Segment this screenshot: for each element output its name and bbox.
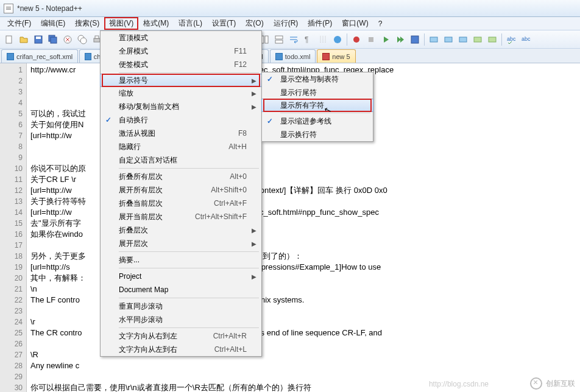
menu-item-摘要...[interactable]: 摘要... bbox=[101, 253, 261, 267]
menu-label: 文字方向从右到左 bbox=[119, 331, 177, 341]
save-all-icon[interactable] bbox=[46, 33, 60, 46]
menu-运行r[interactable]: 运行(R) bbox=[269, 17, 303, 30]
menu-item-折叠层次[interactable]: 折叠层次▶ bbox=[101, 223, 261, 237]
close-all-icon[interactable] bbox=[76, 33, 89, 46]
blog-watermark: http://blog.csdn.ne bbox=[429, 380, 489, 388]
menu-?[interactable]: ? bbox=[373, 18, 387, 29]
app-icon bbox=[4, 4, 13, 13]
submenu-arrow-icon: ▶ bbox=[252, 103, 256, 110]
tab-new-5[interactable]: new 5 bbox=[317, 49, 355, 63]
stop-macro-icon[interactable] bbox=[364, 33, 378, 46]
menu-插件p[interactable]: 插件(P) bbox=[303, 17, 337, 30]
menu-item-展开所有层次[interactable]: 展开所有层次Alt+Shift+0 bbox=[101, 183, 261, 197]
menu-item-文字方向从右到左[interactable]: 文字方向从右到左Ctrl+Alt+R bbox=[101, 329, 261, 343]
submenu-arrow-icon: ▶ bbox=[252, 227, 256, 234]
play-multi-icon[interactable] bbox=[394, 33, 407, 46]
line-number-gutter: 1234567891011121314151617181920212223242… bbox=[0, 63, 27, 392]
plugin2-icon[interactable] bbox=[442, 33, 455, 46]
menu-item-展开当前层次[interactable]: 展开当前层次Ctrl+Alt+Shift+F bbox=[101, 210, 261, 223]
save-macro-icon[interactable] bbox=[408, 33, 422, 46]
menu-item-显示换行符[interactable]: 显示换行符 bbox=[262, 128, 373, 141]
menu-窗口w[interactable]: 窗口(W) bbox=[337, 17, 373, 30]
menu-label: 展开层次 bbox=[119, 239, 148, 249]
menu-item-折叠所有层次[interactable]: 折叠所有层次Alt+0 bbox=[101, 170, 261, 183]
brand-text: 创新互联 bbox=[546, 379, 575, 389]
menu-label: 自动换行 bbox=[119, 115, 148, 125]
spell2-icon[interactable]: abc bbox=[519, 33, 532, 46]
svg-text:¶: ¶ bbox=[305, 35, 308, 44]
record-macro-icon[interactable] bbox=[350, 33, 363, 46]
menu-label: 隐藏行 bbox=[119, 142, 141, 152]
menu-设置t[interactable]: 设置(T) bbox=[207, 17, 241, 30]
lang-icon[interactable] bbox=[331, 33, 344, 46]
menu-label: 摘要... bbox=[119, 255, 140, 265]
menu-宏o[interactable]: 宏(O) bbox=[241, 17, 268, 30]
invisible-chars-icon[interactable]: ¶ bbox=[302, 33, 315, 46]
menu-label: 自定义语言对话框 bbox=[119, 155, 177, 166]
sync-h-icon[interactable] bbox=[272, 33, 286, 46]
menu-bar: 文件(F)编辑(E)搜索(S)视图(V)格式(M)语言(L)设置(T)宏(O)运… bbox=[0, 17, 580, 30]
check-icon: ✓ bbox=[105, 116, 111, 124]
svg-rect-34 bbox=[489, 37, 496, 42]
svg-rect-8 bbox=[94, 38, 100, 42]
menu-label: 显示所有字符 bbox=[280, 100, 324, 111]
menu-item-文字方向从左到右[interactable]: 文字方向从左到右Ctrl+Alt+L bbox=[101, 343, 261, 356]
menu-格式m[interactable]: 格式(M) bbox=[138, 17, 174, 30]
play-macro-icon[interactable] bbox=[379, 33, 392, 46]
svg-point-7 bbox=[80, 38, 87, 44]
menu-separator bbox=[119, 268, 259, 268]
menu-item-垂直同步滚动[interactable]: 垂直同步滚动 bbox=[101, 299, 261, 313]
menu-label: 折叠当前层次 bbox=[119, 198, 163, 209]
menu-item-移动/复制当前文档[interactable]: 移动/复制当前文档▶ bbox=[101, 100, 261, 113]
check-icon: ✓ bbox=[267, 75, 273, 83]
tab-label: todo.xml bbox=[285, 53, 311, 60]
menu-label: 显示缩进参考线 bbox=[280, 116, 331, 127]
wrap-icon[interactable] bbox=[287, 33, 300, 46]
menu-item-自动换行[interactable]: ✓自动换行 bbox=[101, 113, 261, 127]
menu-item-折叠当前层次[interactable]: 折叠当前层次Ctrl+Alt+F bbox=[101, 197, 261, 210]
brand-watermark: 创新互联 bbox=[525, 375, 580, 392]
menu-label: 显示空格与制表符 bbox=[280, 74, 339, 85]
svg-text:abc: abc bbox=[507, 36, 516, 42]
plugin3-icon[interactable] bbox=[456, 33, 470, 46]
menu-搜索s[interactable]: 搜索(S) bbox=[70, 17, 104, 30]
plugin4-icon[interactable] bbox=[471, 33, 484, 46]
plugin5-icon[interactable] bbox=[486, 33, 499, 46]
menu-item-Document Map[interactable]: Document Map bbox=[101, 283, 261, 296]
menu-label: 显示行尾符 bbox=[280, 88, 317, 98]
menu-item-展开层次[interactable]: 展开层次▶ bbox=[101, 237, 261, 250]
close-icon[interactable] bbox=[61, 33, 74, 46]
menu-item-置顶模式[interactable]: 置顶模式 bbox=[101, 31, 261, 44]
menu-item-激活从视图[interactable]: 激活从视图F8 bbox=[101, 127, 261, 140]
svg-rect-24 bbox=[275, 40, 283, 43]
new-file-icon[interactable] bbox=[2, 33, 16, 46]
menu-label: 文字方向从左到右 bbox=[119, 345, 177, 355]
spell-icon[interactable]: abc bbox=[504, 33, 518, 46]
menu-文件f[interactable]: 文件(F) bbox=[2, 17, 36, 30]
menu-item-显示缩进参考线[interactable]: ✓显示缩进参考线 bbox=[262, 114, 373, 128]
menu-视图v[interactable]: 视图(V) bbox=[104, 17, 138, 30]
menu-item-显示行尾符[interactable]: 显示行尾符 bbox=[262, 86, 373, 99]
plugin1-icon[interactable] bbox=[427, 33, 440, 46]
svg-point-26 bbox=[334, 36, 341, 43]
open-file-icon[interactable] bbox=[17, 33, 30, 46]
menu-item-隐藏行[interactable]: 隐藏行Alt+H bbox=[101, 140, 261, 153]
menu-item-水平同步滚动[interactable]: 水平同步滚动 bbox=[101, 313, 261, 326]
tab-todo-xml[interactable]: todo.xml bbox=[270, 49, 316, 63]
save-icon[interactable] bbox=[32, 33, 45, 46]
menu-item-缩放[interactable]: 缩放▶ bbox=[101, 86, 261, 100]
menu-语言l[interactable]: 语言(L) bbox=[174, 17, 207, 30]
menu-item-显示符号[interactable]: 显示符号▶ bbox=[100, 74, 262, 87]
menu-label: 移动/复制当前文档 bbox=[119, 102, 179, 112]
menu-item-全屏模式[interactable]: 全屏模式F11 bbox=[101, 44, 261, 58]
menu-item-Project[interactable]: Project▶ bbox=[101, 270, 261, 283]
menu-item-显示所有字符[interactable]: 显示所有字符 bbox=[261, 99, 373, 112]
menu-item-自定义语言对话框[interactable]: 自定义语言对话框 bbox=[101, 153, 261, 167]
indent-guide-icon[interactable] bbox=[316, 33, 330, 46]
shortcut-label: Ctrl+Alt+L bbox=[214, 345, 247, 354]
menu-item-便签模式[interactable]: 便签模式F12 bbox=[101, 58, 261, 71]
tab-crifan-rec-soft-xml[interactable]: crifan_rec_soft.xml bbox=[1, 49, 78, 63]
menu-item-显示空格与制表符[interactable]: ✓显示空格与制表符 bbox=[262, 72, 373, 86]
svg-rect-33 bbox=[474, 37, 481, 42]
menu-编辑e[interactable]: 编辑(E) bbox=[36, 17, 70, 30]
